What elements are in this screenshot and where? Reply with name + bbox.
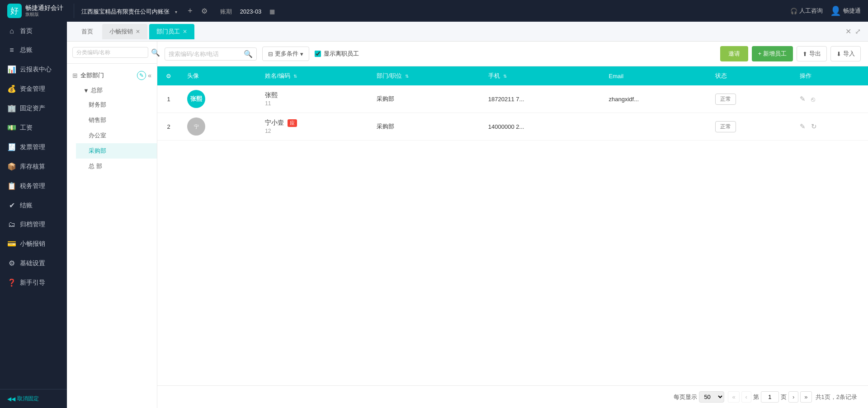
app-name: 畅捷通好会计 xyxy=(25,4,63,12)
first-page-btn[interactable]: « xyxy=(728,391,739,403)
dept-item-general[interactable]: 总 部 xyxy=(76,159,157,174)
per-page-dropdown[interactable]: 50 100 xyxy=(699,391,724,403)
page-total: 共1页，2条记录 xyxy=(816,393,857,401)
th-phone[interactable]: 手机 ⇅ xyxy=(481,66,602,85)
all-dept-label: 全部部门 xyxy=(80,71,104,80)
app-logo-icon: 好 xyxy=(7,4,22,18)
company-name-text: 江西服宝精品有限责任公司内账张 xyxy=(81,8,170,15)
user-area[interactable]: 👤 畅捷通 xyxy=(830,5,861,16)
th-name-code[interactable]: 姓名/编码 ⇅ xyxy=(258,66,369,85)
calendar-icon[interactable]: ▦ xyxy=(269,8,275,15)
row2-edit-icon[interactable]: ✎ xyxy=(800,122,806,131)
sidebar: ⌂ 首页 ≡ 总账 📊 云报表中心 💰 资金管理 🏢 固定资产 💵 工资 🧾 发… xyxy=(0,22,67,408)
tab-home[interactable]: 首页 xyxy=(74,24,100,39)
export-btn[interactable]: ⬆ 导出 xyxy=(797,46,827,61)
assets-icon: 🏢 xyxy=(7,104,16,113)
company-dropdown-icon[interactable]: ▾ xyxy=(175,9,177,14)
sidebar-item-settings[interactable]: ⚙ 基础设置 xyxy=(0,253,67,273)
period-value: 2023-03 xyxy=(240,8,262,15)
prev-page-btn[interactable]: ‹ xyxy=(741,391,751,403)
dept-item-office[interactable]: 办公室 xyxy=(76,128,157,143)
table-row: 1 张熙 张熙 11 采购部 xyxy=(157,85,868,113)
user-name: 畅捷通 xyxy=(843,7,861,15)
page-input[interactable] xyxy=(761,391,779,403)
sidebar-item-archive[interactable]: 🗂 归档管理 xyxy=(0,215,67,234)
sidebar-label-salary: 工资 xyxy=(20,124,33,132)
all-dept-header[interactable]: ⊞ 全部部门 ✎ « xyxy=(67,67,157,84)
sidebar-label-settings: 基础设置 xyxy=(20,259,45,267)
sidebar-item-tax[interactable]: 📋 税务管理 xyxy=(0,176,67,196)
edit-dept-icon[interactable]: ✎ xyxy=(137,71,146,80)
tab-employees-close[interactable]: ✕ xyxy=(183,28,187,35)
show-resigned-label[interactable]: 显示离职员工 xyxy=(315,50,359,58)
dept-panel: 🔍 ⊞ 全部部门 ✎ « xyxy=(67,42,157,408)
import-btn[interactable]: ⬇ 导入 xyxy=(830,46,861,61)
th-dept-position[interactable]: 部门/职位 ⇅ xyxy=(369,66,481,85)
show-resigned-text: 显示离职员工 xyxy=(324,50,359,58)
row1-index: 1 xyxy=(157,85,180,113)
filter-btn[interactable]: ⊟ 更多条件 ▾ xyxy=(262,47,309,61)
topbar: 好 畅捷通好会计 旗舰版 江西服宝精品有限责任公司内账张 ▾ + ⚙ 账期 20… xyxy=(0,0,868,22)
dept-item-sales[interactable]: 销售部 xyxy=(76,113,157,128)
row1-name: 张熙 xyxy=(265,91,362,99)
tab-expense-close[interactable]: ✕ xyxy=(136,28,140,35)
search-icon[interactable]: 🔍 xyxy=(244,50,253,58)
tab-close-btn[interactable]: ✕ xyxy=(845,27,851,36)
employee-search-input[interactable] xyxy=(169,51,241,57)
row1-phone: 18720211 7... xyxy=(481,85,602,113)
row2-refresh-icon[interactable]: ↻ xyxy=(811,122,817,131)
row1-edit-icon[interactable]: ✎ xyxy=(800,95,806,103)
row1-action-icons: ✎ ⎋ xyxy=(800,95,861,103)
sidebar-label-tax: 税务管理 xyxy=(20,182,45,190)
filter-dropdown-icon: ▾ xyxy=(300,51,303,57)
next-page-btn[interactable]: › xyxy=(788,391,798,403)
dept-tree: ⊞ 全部部门 ✎ « ▼ 总部 财务部 xyxy=(67,64,157,408)
sidebar-label-expense: 小畅报销 xyxy=(20,240,45,248)
sidebar-item-fund[interactable]: 💰 资金管理 xyxy=(0,79,67,98)
unpin-btn[interactable]: ◀◀ 取消固定 xyxy=(0,389,67,408)
sidebar-item-reports[interactable]: 📊 云报表中心 xyxy=(0,60,67,79)
row1-logout-icon[interactable]: ⎋ xyxy=(811,95,815,103)
invite-btn[interactable]: 邀请 xyxy=(720,46,748,61)
sidebar-item-expense[interactable]: 💳 小畅报销 xyxy=(0,234,67,253)
period-label: 账期 xyxy=(220,8,232,15)
page-suffix: 页 xyxy=(781,393,787,401)
expand-icon: ▼ xyxy=(83,87,89,94)
user-avatar-icon: 👤 xyxy=(830,5,841,16)
tab-expense[interactable]: 小畅报销 ✕ xyxy=(102,24,147,39)
row2-email xyxy=(602,113,708,141)
invoice-icon: 🧾 xyxy=(7,143,16,151)
add-company-icon[interactable]: + xyxy=(188,6,193,15)
sidebar-item-invoice[interactable]: 🧾 发票管理 xyxy=(0,137,67,157)
sidebar-label-ledger: 总账 xyxy=(20,46,33,54)
last-page-btn[interactable]: » xyxy=(800,391,811,403)
sidebar-item-assets[interactable]: 🏢 固定资产 xyxy=(0,98,67,118)
sidebar-item-guide[interactable]: ❓ 新手引导 xyxy=(0,273,67,292)
home-icon: ⌂ xyxy=(7,27,16,35)
service-btn[interactable]: 🎧 人工咨询 xyxy=(790,7,823,15)
tab-employees-label: 部门员工 xyxy=(156,28,180,36)
sidebar-item-close[interactable]: ✔ 结账 xyxy=(0,196,67,215)
dept-item-finance[interactable]: 财务部 xyxy=(76,97,157,113)
row2-action-icons: ✎ ↻ xyxy=(800,122,861,131)
row2-tag: 应 xyxy=(288,119,297,127)
dept-parent-hq[interactable]: ▼ 总部 xyxy=(76,84,157,97)
dept-item-purchase[interactable]: 采购部 xyxy=(76,143,157,159)
show-resigned-checkbox[interactable] xyxy=(315,51,321,57)
dept-parent-label: 总部 xyxy=(91,86,103,94)
sidebar-item-inventory[interactable]: 📦 库存核算 xyxy=(0,157,67,176)
sidebar-item-home[interactable]: ⌂ 首页 xyxy=(0,22,67,41)
sidebar-item-ledger[interactable]: ≡ 总账 xyxy=(0,41,67,60)
tab-employees[interactable]: 部门员工 ✕ xyxy=(149,24,194,39)
add-employee-btn[interactable]: + 新增员工 xyxy=(752,46,793,61)
row2-status: 正常 xyxy=(708,113,793,141)
settings-icon[interactable]: ⚙ xyxy=(201,7,208,15)
employee-search-box: 🔍 xyxy=(165,47,257,61)
archive-icon: 🗂 xyxy=(7,220,16,229)
tab-expand-btn[interactable]: ⤢ xyxy=(855,27,861,36)
service-label: 人工咨询 xyxy=(799,7,823,15)
collapse-icon[interactable]: « xyxy=(148,72,151,79)
sidebar-item-salary[interactable]: 💵 工资 xyxy=(0,118,67,137)
th-settings[interactable]: ⚙ xyxy=(157,66,180,85)
dept-search-input[interactable] xyxy=(72,47,148,58)
